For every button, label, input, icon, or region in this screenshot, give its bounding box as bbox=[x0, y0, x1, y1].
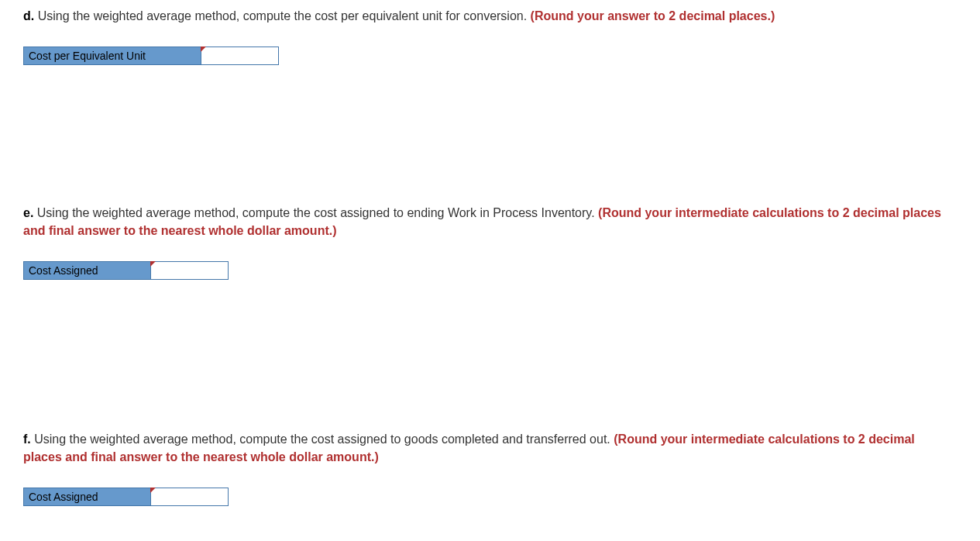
label-cost-assigned-f: Cost Assigned bbox=[23, 488, 151, 506]
question-e: e. Using the weighted average method, co… bbox=[23, 205, 957, 280]
answer-row-f: Cost Assigned bbox=[23, 488, 957, 506]
question-e-body: Using the weighted average method, compu… bbox=[33, 206, 598, 219]
cost-assigned-completed-input[interactable] bbox=[151, 488, 228, 505]
label-cost-assigned-e: Cost Assigned bbox=[23, 261, 151, 280]
input-cell-f bbox=[151, 488, 229, 506]
label-e-text: Cost Assigned bbox=[29, 264, 98, 277]
question-e-letter: e. bbox=[23, 206, 33, 219]
question-f-letter: f. bbox=[23, 432, 31, 446]
cost-per-equivalent-unit-input[interactable] bbox=[201, 47, 278, 64]
label-d-text: Cost per Equivalent Unit bbox=[29, 50, 146, 62]
label-f-text: Cost Assigned bbox=[29, 491, 98, 503]
question-d-instruction: (Round your answer to 2 decimal places.) bbox=[531, 9, 775, 22]
question-f-text: f. Using the weighted average method, co… bbox=[23, 431, 957, 466]
spacer bbox=[23, 319, 957, 431]
spacer bbox=[23, 104, 957, 205]
question-d-body: Using the weighted average method, compu… bbox=[34, 9, 530, 22]
cost-assigned-wip-input[interactable] bbox=[151, 262, 228, 279]
input-cell-e bbox=[151, 261, 229, 280]
input-cell-d bbox=[201, 47, 279, 65]
answer-row-d: Cost per Equivalent Unit bbox=[23, 47, 957, 65]
question-f: f. Using the weighted average method, co… bbox=[23, 431, 957, 506]
question-d-letter: d. bbox=[23, 9, 34, 22]
question-d-text: d. Using the weighted average method, co… bbox=[23, 8, 957, 25]
label-cost-per-equivalent-unit: Cost per Equivalent Unit bbox=[23, 47, 201, 65]
question-f-body: Using the weighted average method, compu… bbox=[31, 432, 614, 446]
question-d: d. Using the weighted average method, co… bbox=[23, 8, 957, 65]
question-e-text: e. Using the weighted average method, co… bbox=[23, 205, 957, 239]
answer-row-e: Cost Assigned bbox=[23, 261, 957, 280]
